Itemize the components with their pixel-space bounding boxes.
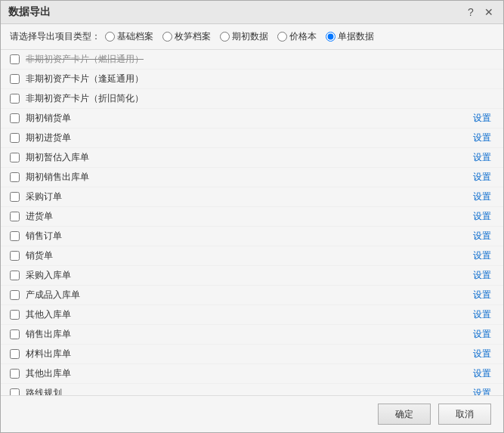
- radio-basic[interactable]: [105, 32, 115, 42]
- list-item: 其他入库单设置: [1, 305, 503, 325]
- list-item-checkbox[interactable]: [10, 153, 20, 162]
- radio-item-pricebook[interactable]: 价格本: [277, 30, 317, 43]
- list-item-name: 非期初资产卡片（逢延通用）: [26, 73, 494, 85]
- list-item-name: 期初暂估入库单: [26, 151, 470, 164]
- list-item-action[interactable]: 设置: [470, 131, 494, 144]
- list-item-checkbox[interactable]: [10, 212, 20, 221]
- list-item-name: 非期初资产卡片（燃旧通用）: [26, 53, 494, 66]
- radio-pricebook[interactable]: [277, 32, 287, 42]
- list-item-checkbox[interactable]: [10, 133, 20, 143]
- list-item-checkbox[interactable]: [10, 388, 20, 395]
- list-item-name: 期初进货单: [26, 131, 470, 144]
- list-item-action[interactable]: 设置: [470, 328, 494, 341]
- list-item-name: 材料出库单: [26, 348, 470, 360]
- list-item-checkbox[interactable]: [10, 329, 20, 339]
- radio-pricebook-label: 价格本: [289, 30, 317, 43]
- list-item: 非期初资产卡片（燃旧通用）: [1, 50, 503, 70]
- list-item-action[interactable]: 设置: [470, 112, 494, 125]
- list-item: 期初暂估入库单设置: [1, 148, 503, 168]
- list-item: 期初销售出库单设置: [1, 168, 503, 187]
- list-item-action[interactable]: 设置: [470, 151, 494, 164]
- list-item-name: 期初销货单: [26, 112, 470, 125]
- content-area: 非期初资产卡片（燃旧通用）非期初资产卡片（逢延通用）非期初资产卡片（折旧简化）期…: [1, 50, 503, 395]
- list-item-action[interactable]: 设置: [470, 230, 494, 243]
- list-item-action[interactable]: 设置: [470, 190, 494, 203]
- cancel-button[interactable]: 取消: [438, 404, 491, 425]
- list-item-checkbox[interactable]: [10, 172, 20, 182]
- list-item: 材料出库单设置: [1, 345, 503, 364]
- list-item-action[interactable]: 设置: [470, 367, 494, 380]
- footer: 确定 取消: [1, 395, 503, 432]
- title-icons: ? ✕: [464, 5, 496, 19]
- list-item: 其他出库单设置: [1, 364, 503, 384]
- list-item-action[interactable]: 设置: [470, 171, 494, 184]
- radio-group: 基础档案 枚笋档案 期初数据 价格本 单据数据: [105, 30, 374, 43]
- list-item-checkbox[interactable]: [10, 54, 20, 64]
- list-item-action[interactable]: 设置: [470, 249, 494, 262]
- radio-meisun[interactable]: [162, 32, 172, 42]
- radio-item-initial[interactable]: 期初数据: [220, 30, 268, 43]
- list-item-name: 非期初资产卡片（折旧简化）: [26, 92, 494, 105]
- list-item-checkbox[interactable]: [10, 369, 20, 379]
- list-item: 非期初资产卡片（折旧简化）: [1, 89, 503, 109]
- list-item-checkbox[interactable]: [10, 94, 20, 104]
- list-item: 期初销货单设置: [1, 109, 503, 128]
- list-item: 销售订单设置: [1, 227, 503, 246]
- data-export-dialog: 数据导出 ? ✕ 请选择导出项目类型： 基础档案 枚笋档案 期初数据 价格本: [0, 0, 504, 433]
- list-item-name: 销货单: [26, 249, 470, 262]
- list-container[interactable]: 非期初资产卡片（燃旧通用）非期初资产卡片（逢延通用）非期初资产卡片（折旧简化）期…: [1, 50, 503, 395]
- list-item-checkbox[interactable]: [10, 113, 20, 123]
- list-item-name: 采购订单: [26, 190, 470, 203]
- list-item-name: 产成品入库单: [26, 289, 470, 302]
- list-item: 采购入库单设置: [1, 266, 503, 286]
- list-item-name: 其他入库单: [26, 308, 470, 321]
- list-item-name: 采购入库单: [26, 269, 470, 282]
- list-item: 非期初资产卡片（逢延通用）: [1, 70, 503, 89]
- close-button[interactable]: ✕: [482, 5, 496, 19]
- dialog-title: 数据导出: [8, 5, 51, 19]
- list-item-checkbox[interactable]: [10, 74, 20, 84]
- list-item: 进货单设置: [1, 207, 503, 227]
- list-item: 销货单设置: [1, 246, 503, 266]
- list-item-name: 进货单: [26, 210, 470, 223]
- list-item-checkbox[interactable]: [10, 290, 20, 300]
- radio-meisun-label: 枚笋档案: [175, 30, 211, 43]
- list-item-action[interactable]: 设置: [470, 387, 494, 395]
- radio-basic-label: 基础档案: [117, 30, 153, 43]
- radio-item-voucher[interactable]: 单据数据: [326, 30, 374, 43]
- list-item-name: 路线规划: [26, 387, 470, 395]
- list-item-checkbox[interactable]: [10, 251, 20, 261]
- list-item-checkbox[interactable]: [10, 192, 20, 202]
- radio-voucher-label: 单据数据: [338, 30, 374, 43]
- list-item-checkbox[interactable]: [10, 349, 20, 359]
- list-item-action[interactable]: 设置: [470, 308, 494, 321]
- list-item-action[interactable]: 设置: [470, 210, 494, 223]
- radio-initial-label: 期初数据: [232, 30, 268, 43]
- radio-item-meisun[interactable]: 枚笋档案: [162, 30, 211, 43]
- list-item-name: 期初销售出库单: [26, 171, 470, 184]
- list-item-checkbox[interactable]: [10, 231, 20, 241]
- title-bar: 数据导出 ? ✕: [1, 1, 503, 24]
- list-item-name: 其他出库单: [26, 367, 470, 380]
- list-item: 期初进货单设置: [1, 128, 503, 148]
- list-item: 路线规划设置: [1, 384, 503, 395]
- radio-item-basic[interactable]: 基础档案: [105, 30, 153, 43]
- list-item: 产成品入库单设置: [1, 286, 503, 305]
- list-item-checkbox[interactable]: [10, 310, 20, 320]
- list-item-action[interactable]: 设置: [470, 348, 494, 360]
- list-item-action[interactable]: 设置: [470, 269, 494, 282]
- toolbar-label: 请选择导出项目类型：: [10, 30, 100, 43]
- list-item-name: 销售订单: [26, 230, 470, 243]
- toolbar: 请选择导出项目类型： 基础档案 枚笋档案 期初数据 价格本 单据数据: [1, 24, 503, 50]
- list-item-action[interactable]: 设置: [470, 289, 494, 302]
- list-item: 销售出库单设置: [1, 325, 503, 345]
- list-item: 采购订单设置: [1, 187, 503, 207]
- list-item-checkbox[interactable]: [10, 271, 20, 280]
- help-button[interactable]: ?: [464, 5, 478, 19]
- radio-initial[interactable]: [220, 32, 230, 42]
- radio-voucher[interactable]: [326, 32, 335, 42]
- confirm-button[interactable]: 确定: [378, 404, 431, 425]
- list-item-name: 销售出库单: [26, 328, 470, 341]
